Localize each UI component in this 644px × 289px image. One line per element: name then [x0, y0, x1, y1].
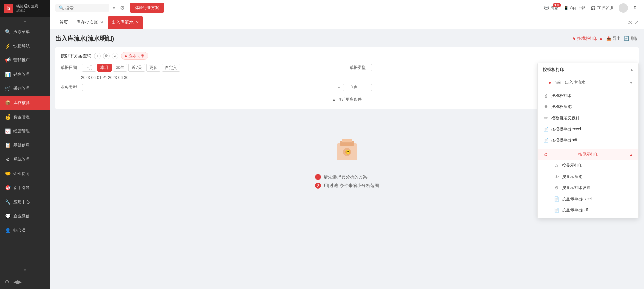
display-section-arrow: ▲ — [629, 153, 633, 157]
print-template-button[interactable]: 🖨 按模板打印 ▲ — [572, 36, 603, 42]
message-icon: 💬 — [544, 6, 549, 10]
page-header: 出入库流水(流水明细) 🖨 按模板打印 ▲ 📤 导出 🔄 刷新 — [55, 34, 639, 43]
filter-settings-button[interactable]: ⚙ — [103, 53, 110, 59]
refresh-button[interactable]: 🔄 刷新 — [624, 36, 639, 42]
dropdown-item-template-preview[interactable]: 👁 按模板预览 — [538, 101, 638, 112]
quick-nav-icon: ⚡ — [5, 43, 11, 49]
scroll-up-arrow[interactable]: ▲ — [23, 18, 27, 23]
display-print-icon: 🖨 — [554, 163, 559, 168]
sidebar-item-collab[interactable]: 🤝 企业协同 — [0, 166, 50, 181]
dropdown-item-display-settings[interactable]: ⚙ 按显示打印设置 — [543, 182, 638, 193]
date-btn-year[interactable]: 本年 — [113, 64, 127, 72]
tab-batch-close[interactable]: ✕ — [100, 20, 104, 25]
app-download-button[interactable]: 📱 App下载 — [564, 5, 585, 11]
custom-item-icon: ✏ — [543, 115, 549, 121]
date-btn-more[interactable]: 更多 — [146, 64, 160, 72]
topbar-gear-icon[interactable]: ⚙ — [120, 5, 125, 11]
sidebar-item-search[interactable]: 🔍 搜索菜单 — [0, 25, 50, 39]
step-2-text: 用[过滤]条件来缩小分析范围 — [324, 183, 379, 189]
sidebar-label-marketing: 营销推广 — [13, 57, 30, 63]
sidebar-item-quick[interactable]: ⚡ 快捷导航 — [0, 39, 50, 53]
empty-steps: 1 请先选择要分析的方案 2 用[过滤]条件来缩小分析范围 — [315, 174, 379, 189]
sidebar-item-sales[interactable]: 📊 销售管理 — [0, 67, 50, 81]
sidebar-item-finance[interactable]: 💰 资金管理 — [0, 110, 50, 124]
sidebar-item-member[interactable]: 👤 畅会员 — [0, 223, 50, 237]
empty-step-2: 2 用[过滤]条件来缩小分析范围 — [315, 183, 379, 189]
preview-item-icon: 👁 — [543, 104, 549, 110]
dropdown-item-display-excel[interactable]: 📄 按显示导出excel — [543, 193, 638, 205]
filter-collapse-button[interactable]: « — [112, 53, 118, 59]
dropdown-scroll: ● 当前：出入库流水 ▼ 🖨 按模板打印 👁 按模板预览 ✏ — [538, 76, 638, 218]
biz-select[interactable]: ▼ — [82, 84, 344, 91]
tab-close-all-button[interactable]: ✕ — [628, 19, 632, 26]
topbar-dropdown-arrow[interactable]: ▼ — [112, 6, 116, 10]
settings-bottom-icon[interactable]: ⚙ — [5, 279, 9, 285]
sidebar-label-search: 搜索菜单 — [13, 29, 30, 35]
tab-expand-button[interactable]: ⤢ — [634, 19, 639, 26]
topbar-search-input[interactable] — [65, 6, 106, 10]
message-badge: 99+ — [553, 3, 561, 7]
dropdown-item-template-custom[interactable]: ✏ 模板自定义设计 — [538, 112, 638, 124]
dropdown-item-label-template-pdf: 按模板导出pdf — [551, 137, 577, 143]
display-excel-icon: 📄 — [554, 196, 559, 202]
app-download-label: App下载 — [570, 5, 585, 11]
dropdown-item-display-pdf[interactable]: 📄 按显示导出pdf — [543, 205, 638, 216]
dropdown-current-label[interactable]: ● 当前：出入库流水 ▼ — [538, 78, 638, 87]
export-button[interactable]: 📤 导出 — [606, 36, 621, 42]
tab-home-label: 首页 — [59, 19, 68, 25]
sidebar-item-operation[interactable]: 📈 经营管理 — [0, 124, 50, 138]
filter-add-button[interactable]: + — [94, 53, 101, 59]
search-topbar-icon: 🔍 — [59, 5, 64, 10]
sidebar-label-purchase: 采购管理 — [13, 86, 30, 91]
tab-batch[interactable]: 库存批次账 ✕ — [72, 16, 108, 29]
sidebar-item-guide[interactable]: 🎯 新手引导 — [0, 181, 50, 195]
sidebar: b 畅捷通好生意 标准版 ▲ 🔍 搜索菜单 ⚡ 快捷导航 📢 营销推广 📊 销售… — [0, 0, 50, 289]
dropdown-item-label-template-print: 按模板打印 — [551, 93, 572, 99]
sidebar-item-basic[interactable]: 📋 基础信息 — [0, 138, 50, 152]
dropdown-item-display-preview[interactable]: 👁 按显示预览 — [543, 171, 638, 182]
svg-rect-2 — [342, 139, 352, 142]
dropdown-header: 按模板打印 ▲ — [538, 63, 638, 76]
trial-button[interactable]: 体验行业方案 — [130, 3, 164, 13]
dropdown-item-template-excel[interactable]: 📄 按模板导出excel — [538, 124, 638, 135]
dropdown-item-template-print[interactable]: 🖨 按模板打印 — [538, 90, 638, 101]
sidebar-item-purchase[interactable]: 🛒 采购管理 — [0, 81, 50, 96]
sidebar-item-marketing[interactable]: 📢 营销推广 — [0, 53, 50, 67]
scroll-down-arrow[interactable]: ▼ — [23, 268, 27, 273]
dropdown-item-display-print[interactable]: 🖨 按显示打印 — [543, 160, 638, 171]
filter-title-row: 按以下方案查询 + ⚙ « ● 流水明细 — [61, 52, 633, 60]
dropdown-item-label-display-print: 按显示打印 — [562, 163, 582, 168]
user-avatar — [619, 3, 628, 13]
collapse-up-icon: ▲ — [332, 97, 336, 102]
dropdown-current-section: ● 当前：出入库流水 ▼ — [538, 76, 638, 89]
sidebar-item-wechat[interactable]: 💬 企业微信 — [0, 209, 50, 223]
sidebar-item-system[interactable]: ⚙ 系统管理 — [0, 152, 50, 166]
sidebar-item-apps[interactable]: 🔧 应用中心 — [0, 195, 50, 209]
page-area: 出入库流水(流水明细) 🖨 按模板打印 ▲ 📤 导出 🔄 刷新 — [50, 29, 644, 289]
date-btn-custom[interactable]: 自定义 — [162, 64, 180, 72]
dropdown-display-section-header[interactable]: 🖨 按显示打印 ▲ — [538, 149, 638, 160]
date-btn-last-month[interactable]: 上月 — [82, 64, 96, 72]
date-btn-current-month[interactable]: 本月 — [97, 64, 112, 72]
service-icon: 🎧 — [591, 6, 596, 10]
more-options-button[interactable]: ··· — [522, 65, 526, 71]
message-button[interactable]: 💬 消息 99+ — [544, 5, 558, 11]
tab-flow-close[interactable]: ✕ — [136, 20, 139, 25]
current-indicator-icon: ● — [549, 80, 551, 85]
collapse-sidebar-icon[interactable]: ◀▶ — [13, 279, 22, 285]
dropdown-item-label-display-excel: 按显示导出excel — [562, 196, 592, 202]
filter-tag[interactable]: ● 流水明细 — [121, 52, 148, 60]
page-title: 出入库流水(流水明细) — [55, 34, 114, 43]
tab-home[interactable]: 首页 — [55, 16, 72, 29]
online-service-button[interactable]: 🎧 在线客服 — [591, 5, 613, 11]
filter-tag-label: 流水明细 — [128, 53, 145, 59]
purchase-nav-icon: 🛒 — [5, 85, 11, 91]
sidebar-item-inventory[interactable]: 📦 库存核算 — [0, 96, 50, 110]
tab-flow[interactable]: 出入库流水 ✕ — [108, 16, 143, 29]
main-content: 🔍 ▼ ⚙ 体验行业方案 💬 消息 99+ 📱 App下载 🎧 在线客服 Rit — [50, 0, 644, 289]
sidebar-label-apps: 应用中心 — [13, 199, 30, 205]
sidebar-label-basic: 基础信息 — [13, 142, 30, 148]
date-btn-7days[interactable]: 近7天 — [128, 64, 145, 72]
dropdown-item-template-pdf[interactable]: 📄 按模板导出pdf — [538, 135, 638, 146]
dropdown-header-arrow[interactable]: ▲ — [630, 67, 634, 72]
